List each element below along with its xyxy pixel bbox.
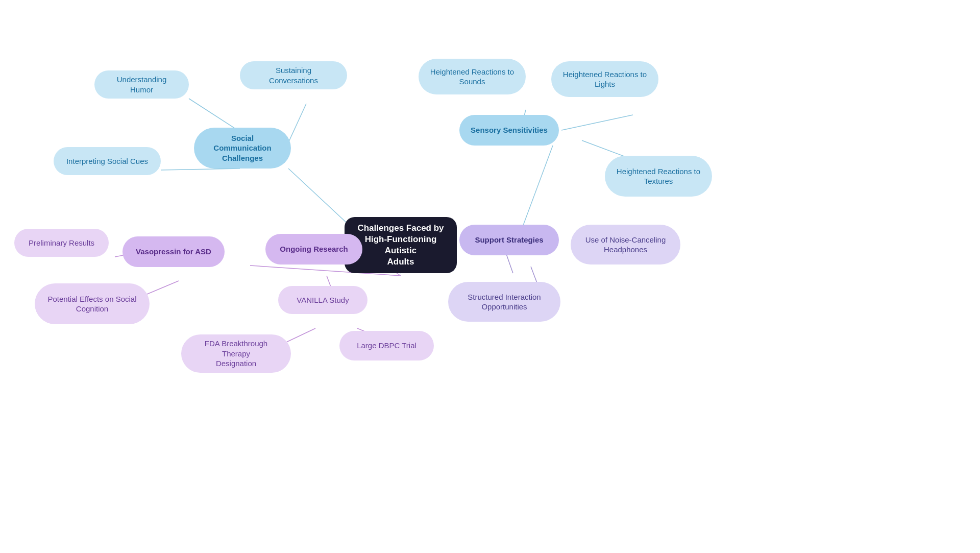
- sounds-node: Heightened Reactions to Sounds: [419, 59, 526, 94]
- fda-node: FDA Breakthrough Therapy Designation: [181, 334, 291, 373]
- svg-line-6: [561, 115, 633, 130]
- potential-effects-node: Potential Effects on Social Cognition: [35, 283, 150, 324]
- svg-line-3: [161, 169, 240, 170]
- preliminary-node: Preliminary Results: [14, 229, 109, 257]
- large-dbpc-node: Large DBPC Trial: [339, 331, 434, 360]
- support-node: Support Strategies: [459, 225, 559, 255]
- textures-node: Heightened Reactions to Textures: [605, 156, 712, 197]
- vanilla-study-node: VANILLA Study: [278, 286, 368, 314]
- sensory-node: Sensory Sensitivities: [459, 115, 559, 146]
- lights-node: Heightened Reactions to Lights: [551, 61, 658, 97]
- understanding-humor-node: Understanding Humor: [94, 70, 189, 99]
- interpreting-cues-node: Interpreting Social Cues: [54, 147, 161, 175]
- sustaining-conv-node: Sustaining Conversations: [240, 61, 347, 89]
- social-comm-node: Social Communication Challenges: [194, 128, 291, 169]
- vasopressin-node: Vasopressin for ASD: [122, 236, 225, 267]
- structured-node: Structured Interaction Opportunities: [448, 282, 560, 322]
- noise-cancel-node: Use of Noise-Canceling Headphones: [571, 225, 680, 265]
- ongoing-research-node: Ongoing Research: [265, 234, 362, 265]
